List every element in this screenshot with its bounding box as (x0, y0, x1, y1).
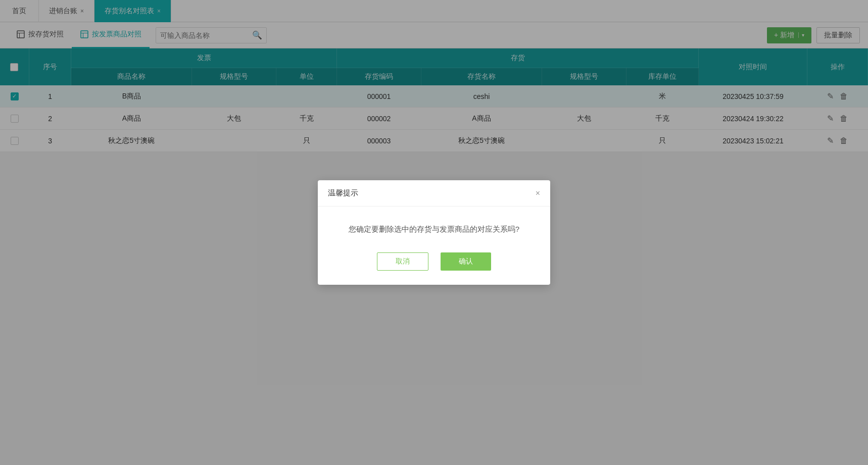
dialog-confirm-button[interactable]: 确认 (441, 252, 491, 271)
dialog-header: 温馨提示 × (318, 180, 550, 206)
modal-overlay: 温馨提示 × 您确定要删除选中的存货与发票商品的对应关系吗? 取消 确认 (0, 0, 868, 465)
dialog-body: 您确定要删除选中的存货与发票商品的对应关系吗? (318, 206, 550, 248)
dialog-cancel-button[interactable]: 取消 (377, 252, 428, 271)
confirm-dialog: 温馨提示 × 您确定要删除选中的存货与发票商品的对应关系吗? 取消 确认 (318, 180, 550, 285)
dialog-close-button[interactable]: × (536, 189, 540, 197)
dialog-message: 您确定要删除选中的存货与发票商品的对应关系吗? (349, 225, 519, 233)
dialog-title: 温馨提示 (328, 188, 358, 198)
dialog-footer: 取消 确认 (318, 248, 550, 285)
